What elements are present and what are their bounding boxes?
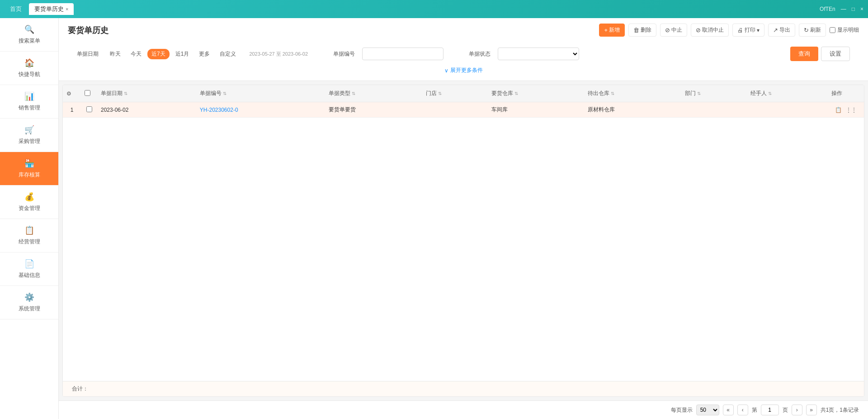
col-action-label: 操作 <box>831 90 842 96</box>
toolbar: + 新增 🗑 删除 ⊘ 中止 ⊘ 取消中止 <box>599 24 859 37</box>
doc-number-input[interactable] <box>362 48 443 60</box>
date-btn-last1month[interactable]: 近1月 <box>171 49 193 59</box>
row-handler <box>747 102 828 118</box>
page-number-input[interactable] <box>761 405 779 415</box>
date-btn-today[interactable]: 今天 <box>127 49 146 59</box>
col-type: 单据类型 ⇅ <box>325 85 422 102</box>
window-close-icon[interactable]: × <box>860 6 863 12</box>
sort-handler-icon[interactable]: ⇅ <box>768 91 772 96</box>
delete-label: 删除 <box>641 26 651 34</box>
date-btn-custom[interactable]: 自定义 <box>216 49 240 59</box>
chevron-down-icon: ∨ <box>444 67 448 74</box>
expand-label: 展开更多条件 <box>450 67 483 74</box>
page-title: 要货单历史 <box>68 25 108 36</box>
stop-button[interactable]: ⊘ 中止 <box>660 24 687 37</box>
date-btn-yesterday[interactable]: 昨天 <box>106 49 125 59</box>
sidebar-label-sales: 销售管理 <box>19 104 40 112</box>
col-req-warehouse-label: 要货仓库 <box>491 90 513 96</box>
display-detail-input[interactable] <box>830 27 835 33</box>
minimize-icon[interactable]: — <box>841 6 846 12</box>
new-icon: + <box>604 27 608 33</box>
sort-number-icon[interactable]: ⇅ <box>223 91 226 96</box>
cancel-stop-button[interactable]: ⊘ 取消中止 <box>691 24 729 37</box>
sidebar-item-sales[interactable]: 📊 销售管理 <box>0 85 58 119</box>
page-title-row: 要货单历史 + 新增 🗑 删除 ⊘ 中止 ⊘ <box>68 24 859 37</box>
last-page-button[interactable]: » <box>806 405 817 415</box>
sidebar-item-purchase[interactable]: 🛒 采购管理 <box>0 119 58 152</box>
sort-type-icon[interactable]: ⇅ <box>352 91 355 96</box>
total-info: 共1页，1条记录 <box>821 406 859 414</box>
filter-settings-button[interactable]: 设置 <box>821 47 850 61</box>
row-number: YH-20230602-0 <box>196 102 325 118</box>
sort-date-icon[interactable]: ⇅ <box>124 91 127 96</box>
close-tab-icon[interactable]: × <box>66 6 68 12</box>
sort-pending-warehouse-icon[interactable]: ⇅ <box>611 91 614 96</box>
sidebar-item-system[interactable]: ⚙️ 系统管理 <box>0 286 58 319</box>
date-btn-last7days[interactable]: 近7天 <box>147 49 170 59</box>
col-number-label: 单据编号 <box>200 90 222 96</box>
sort-department-icon[interactable]: ⇅ <box>697 91 701 96</box>
export-button[interactable]: ↗ 导出 <box>768 24 795 37</box>
page-label: 第 <box>752 406 757 414</box>
sidebar-item-quicknav[interactable]: 🏠 快捷导航 <box>0 52 58 85</box>
row-checkbox[interactable] <box>86 106 92 112</box>
col-settings: ⚙ <box>63 85 81 102</box>
refresh-icon: ↻ <box>804 27 809 33</box>
footer-total-label: 合计： <box>72 386 88 392</box>
delete-button[interactable]: 🗑 删除 <box>628 24 656 37</box>
col-department: 部门 ⇅ <box>681 85 747 102</box>
col-number: 单据编号 ⇅ <box>196 85 325 102</box>
sidebar-item-operations[interactable]: 📋 经营管理 <box>0 219 58 252</box>
table-row: 1 2023-06-02 YH-20230602-0 <box>63 102 864 118</box>
sidebar-item-basic[interactable]: 📄 基础信息 <box>0 252 58 286</box>
row-more-icon[interactable]: ⋮⋮ <box>846 107 857 113</box>
col-store: 门店 ⇅ <box>422 85 488 102</box>
next-page-button[interactable]: › <box>792 405 802 415</box>
col-department-label: 部门 <box>685 90 696 96</box>
maximize-icon[interactable]: □ <box>852 6 855 12</box>
date-filter-label: 单据日期 <box>77 50 99 58</box>
expand-more-button[interactable]: ∨ 展开更多条件 <box>77 65 850 76</box>
tab-history[interactable]: 要货单历史 × <box>29 3 74 15</box>
sidebar-item-search[interactable]: 🔍 搜索菜单 <box>0 18 58 52</box>
purchase-icon: 🛒 <box>24 125 34 135</box>
new-button[interactable]: + 新增 <box>599 24 625 37</box>
row-number-link[interactable]: YH-20230602-0 <box>200 107 238 113</box>
first-page-button[interactable]: « <box>723 405 734 415</box>
col-pending-warehouse-label: 待出仓库 <box>588 90 609 96</box>
pagination-bar: 每页显示 20 50 100 200 « ‹ 第 页 › » 共1页，1条记录 <box>59 400 868 419</box>
filter-row-1: 单据日期 昨天 今天 近7天 近1月 更多 自定义 2023-05-27 至 2… <box>77 47 850 61</box>
print-dropdown-icon: ▾ <box>757 27 760 33</box>
sort-store-icon[interactable]: ⇅ <box>438 91 442 96</box>
cancel-stop-icon: ⊘ <box>696 27 701 33</box>
brand-label: OfTEn <box>820 6 835 12</box>
select-all-checkbox[interactable] <box>85 90 90 96</box>
cancel-stop-label: 取消中止 <box>702 26 724 34</box>
sidebar-item-finance[interactable]: 💰 资金管理 <box>0 186 58 219</box>
tab-bar: 首页 要货单历史 × <box>5 3 820 15</box>
date-buttons: 昨天 今天 近7天 近1月 更多 自定义 <box>106 49 240 59</box>
sidebar-label-system: 系统管理 <box>19 305 40 313</box>
date-btn-more[interactable]: 更多 <box>195 49 214 59</box>
doc-status-select[interactable] <box>498 48 579 60</box>
table-scroll[interactable]: ⚙ 单据日期 ⇅ 单据编号 ⇅ <box>63 85 864 381</box>
search-menu-icon: 🔍 <box>24 24 34 34</box>
sort-req-warehouse-icon[interactable]: ⇅ <box>514 91 518 96</box>
page-size-select[interactable]: 20 50 100 200 <box>696 405 719 415</box>
col-date-label: 单据日期 <box>101 90 123 96</box>
table-footer: 合计： <box>63 381 864 396</box>
row-edit-icon[interactable]: 📋 <box>835 107 842 113</box>
refresh-button[interactable]: ↻ 刷新 <box>799 24 826 37</box>
tab-home[interactable]: 首页 <box>5 3 27 15</box>
prev-page-button[interactable]: ‹ <box>737 405 748 415</box>
table-settings-icon[interactable]: ⚙ <box>66 90 71 97</box>
col-action: 操作 <box>828 85 864 102</box>
new-label: 新增 <box>609 26 620 34</box>
print-button[interactable]: 🖨 打印 ▾ <box>732 24 764 37</box>
sidebar-item-inventory[interactable]: 🏪 库存核算 <box>0 152 58 186</box>
print-label: 打印 <box>745 26 755 34</box>
row-date: 2023-06-02 <box>97 102 196 118</box>
display-detail-checkbox[interactable]: 显示明细 <box>830 26 859 34</box>
query-button[interactable]: 查询 <box>790 47 818 61</box>
page-label-end: 页 <box>783 406 788 414</box>
